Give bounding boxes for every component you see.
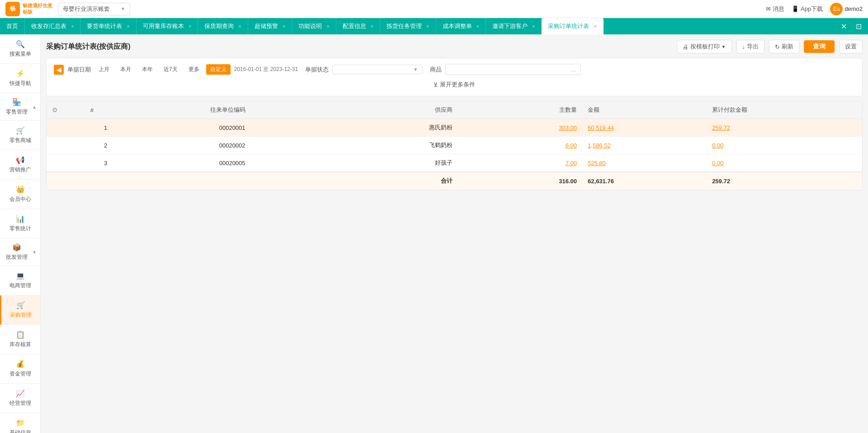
sidebar-label-member: 会员中心 (9, 195, 31, 203)
col-settings-icon[interactable]: ⚙ (52, 106, 58, 114)
sidebar-item-ecommerce[interactable]: 💻 电商管理 (0, 266, 40, 295)
row1-paid[interactable]: 259.72 (707, 119, 862, 137)
row2-amount[interactable]: 1,586.52 (582, 137, 707, 154)
row1-qty-link[interactable]: 303.00 (559, 124, 577, 131)
sidebar-item-inventory[interactable]: 📋 库存核算 (0, 325, 40, 354)
expand-more-btn[interactable]: ⊻ 展开更多条件 (54, 79, 855, 90)
message-button[interactable]: ✉ 消息 (766, 5, 784, 13)
top-bar: 畅 畅捷通好生意 标版 母婴行业演示账套 ▼ ✉ 消息 📱 App下载 Ea d… (0, 0, 868, 18)
basic-info-icon: 📁 (16, 419, 25, 427)
tab-receive-summary[interactable]: 收发存汇总表 × (25, 18, 80, 34)
row2-paid-link[interactable]: 0.00 (712, 142, 723, 149)
export-button[interactable]: ↓ 导出 (736, 40, 765, 53)
tab-close-icon[interactable]: × (326, 24, 329, 29)
tab-close-icon[interactable]: × (71, 24, 74, 29)
goods-filter-input[interactable]: … (445, 64, 581, 75)
row2-qty-link[interactable]: 6.00 (566, 142, 577, 149)
sidebar-label-inventory: 库存核算 (9, 341, 31, 348)
workspace-label: 母婴行业演示账套 (63, 5, 110, 13)
sidebar-item-operations[interactable]: 📈 经营管理 (0, 384, 40, 413)
sidebar-item-member[interactable]: 👑 会员中心 (0, 180, 40, 209)
tab-expiry-query[interactable]: 保质期查询 × (198, 18, 248, 34)
sidebar-item-quicknav[interactable]: ⚡ 快捷导航 (0, 64, 40, 93)
row1-settings (47, 119, 85, 137)
tab-close-icon[interactable]: × (127, 24, 129, 29)
tab-qty-ledger[interactable]: 可用量库存账本 × (137, 18, 198, 34)
tab-function-desc[interactable]: 功能说明 × (292, 18, 336, 34)
tab-pick-task[interactable]: 拣货任务管理 × (380, 18, 436, 34)
row1-supplier: 惠氏奶粉 (251, 119, 458, 137)
sidebar-item-basic-info[interactable]: 📁 基础信息 (0, 413, 40, 433)
settings-button[interactable]: 设置 (839, 40, 863, 53)
collapse-filter-btn[interactable]: ◀ (54, 65, 64, 75)
sidebar-item-retail-mall[interactable]: 🛒 零售商城 (0, 121, 40, 150)
row3-qty[interactable]: 7.00 (458, 154, 582, 172)
row2-paid[interactable]: 0.00 (707, 137, 862, 154)
row1-amount-link[interactable]: 60,519.44 (588, 124, 614, 131)
tab-close-icon[interactable]: × (283, 24, 285, 29)
row3-qty-link[interactable]: 7.00 (566, 160, 577, 167)
col-num-header: # (85, 101, 127, 119)
row2-qty[interactable]: 6.00 (458, 137, 582, 154)
print-button[interactable]: 🖨 按模板打印 ▼ (677, 40, 732, 53)
row3-paid-link[interactable]: 0.00 (712, 160, 723, 167)
retail-stats-icon: 📊 (16, 214, 25, 223)
tab-config-info[interactable]: 配置信息 × (336, 18, 380, 34)
row1-num: 1 (85, 119, 127, 137)
tab-order-stats[interactable]: 要货单统计表 × (80, 18, 136, 34)
shortcut-7days[interactable]: 近7天 (160, 64, 182, 75)
shortcut-more[interactable]: 更多 (184, 64, 203, 75)
tab-purchase-stats[interactable]: 采购订单统计表 × (542, 18, 603, 34)
sidebar-item-search[interactable]: 🔍 搜索菜单 (0, 34, 40, 64)
tab-home[interactable]: 首页 (0, 18, 25, 34)
sidebar-label-retail-mgmt: 零售管理 (6, 108, 28, 116)
operations-icon: 📈 (16, 389, 25, 398)
row3-num: 3 (85, 154, 127, 172)
finance-icon: 💰 (16, 360, 25, 368)
close-tab-btn[interactable]: ✕ (838, 21, 849, 32)
workspace-selector[interactable]: 母婴行业演示账套 ▼ (58, 3, 130, 15)
row2-code: 00020002 (127, 137, 251, 154)
row3-paid[interactable]: 0.00 (707, 154, 862, 172)
status-filter-label: 单据状态 (305, 66, 329, 74)
query-button[interactable]: 查询 (804, 40, 835, 53)
tab-cost-adjust[interactable]: 成本调整单 × (436, 18, 486, 34)
member-icon: 👑 (16, 185, 25, 194)
maximize-tab-btn[interactable]: ⊡ (853, 21, 864, 32)
row3-amount[interactable]: 525.80 (582, 154, 707, 172)
tab-close-icon[interactable]: × (189, 24, 191, 29)
row3-amount-link[interactable]: 525.80 (588, 160, 606, 167)
filter-row: ◀ 单据日期 上月 本月 本年 近7天 更多 自定义 2016-01-01 至 … (54, 64, 855, 75)
refresh-button[interactable]: ↻ 刷新 (769, 40, 799, 53)
row2-amount-link[interactable]: 1,586.52 (588, 142, 611, 149)
sidebar-item-wholesale[interactable]: 📦 批发管理 ▼ (0, 238, 40, 266)
row1-amount[interactable]: 60,519.44 (582, 119, 707, 137)
sidebar-item-marketing[interactable]: 📢 营销推广 (0, 150, 40, 180)
table-container: ⚙ # 往来单位编码 供应商 主数量 金额 累计付款金额 1 0002000 (46, 101, 863, 190)
tab-overstock-warning[interactable]: 超储预警 × (248, 18, 292, 34)
tab-close-icon[interactable]: × (426, 24, 429, 29)
status-select[interactable]: ▼ (332, 65, 423, 74)
user-area[interactable]: Ea demo2 (830, 3, 863, 15)
sidebar-item-retail-stats[interactable]: 📊 零售统计 (0, 209, 40, 238)
retail-mall-icon: 🛒 (16, 126, 25, 135)
tab-close-icon[interactable]: × (371, 24, 373, 29)
row1-qty[interactable]: 303.00 (458, 119, 582, 137)
tab-close-icon[interactable]: × (238, 24, 241, 29)
shortcut-last-month[interactable]: 上月 (94, 64, 113, 75)
sidebar-item-finance[interactable]: 💰 资金管理 (0, 354, 40, 384)
row1-paid-link[interactable]: 259.72 (712, 124, 730, 131)
tab-close-active-icon[interactable]: × (594, 24, 596, 29)
shortcut-this-year[interactable]: 本年 (138, 64, 157, 75)
col-paid-header: 累计付款金额 (707, 101, 862, 119)
logo-icon: 畅 (5, 2, 20, 16)
shortcut-this-month[interactable]: 本月 (116, 64, 135, 75)
user-avatar: Ea (830, 3, 843, 15)
shortcut-custom[interactable]: 自定义 (206, 64, 231, 75)
tab-close-icon[interactable]: × (476, 24, 479, 29)
sidebar-item-purchase[interactable]: 🛒 采购管理 (0, 295, 40, 325)
tab-invite-downstream[interactable]: 邀请下游客户 × (486, 18, 542, 34)
app-download-button[interactable]: 📱 App下载 (792, 5, 823, 13)
sidebar-item-retail-mgmt[interactable]: 🏪 零售管理 ▲ (0, 93, 40, 121)
tab-close-icon[interactable]: × (532, 24, 535, 29)
